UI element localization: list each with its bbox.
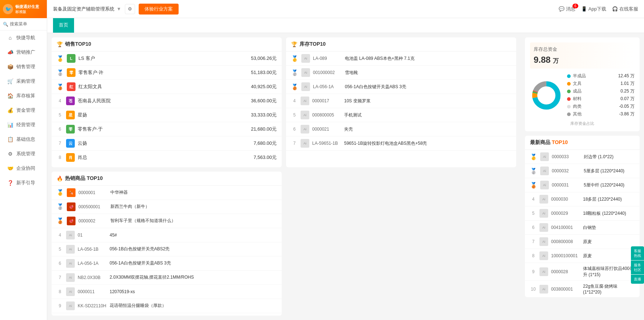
float-live-button[interactable]: 直播 bbox=[631, 275, 644, 284]
trophy-icon-2: 🏆 bbox=[291, 41, 297, 47]
rank-medal: 🥇 bbox=[291, 55, 298, 62]
list-item: 7 云 云扬 7,680.00元 bbox=[52, 136, 282, 151]
product-thumb: Ai bbox=[540, 181, 549, 189]
customer-avatar: 零 bbox=[67, 68, 76, 77]
service-icon: 🎧 bbox=[612, 6, 618, 12]
newest-products-list: 🥇 Ai 0000033 封边带 (1.0*22) 🥈 Ai 0000032 5… bbox=[525, 150, 640, 297]
nav-system-icon: ⚙ bbox=[7, 151, 13, 157]
list-item: 🥈 Ai 0000032 5厘多层 (1220*2440) bbox=[525, 164, 640, 178]
hot-products-header: 🔥 热销商品 TOP10 bbox=[52, 172, 282, 186]
customer-avatar: 苍 bbox=[66, 97, 75, 105]
sidebar-item-operation[interactable]: 📊 经营管理 bbox=[0, 118, 47, 132]
sidebar-item-finance[interactable]: 💰 资金管理 bbox=[0, 103, 47, 118]
list-item: 5 Ai 0000029 18颗粒板 (1220*2440) bbox=[525, 206, 640, 221]
product-thumb: Ai bbox=[301, 125, 309, 134]
list-item: 6 Ai 004100001 白钢垫 bbox=[525, 221, 640, 235]
legend-dot bbox=[567, 82, 571, 86]
product-thumb: Ai bbox=[301, 111, 309, 119]
main-content: 装备及固定资产辅助管理系统 ▼ ⚙ 体验行业方案 💬 消息 6 📱 App下载 … bbox=[47, 0, 644, 320]
list-item: 🥉 Ai 0000031 5厘中纤 (1220*2440) bbox=[525, 178, 640, 192]
message-button[interactable]: 💬 消息 6 bbox=[559, 6, 575, 12]
rank-medal: 🥉 bbox=[291, 83, 298, 90]
list-item: 4 Ai 01 45# bbox=[52, 228, 282, 242]
rank-medal: 🥈 bbox=[57, 203, 64, 210]
sidebar-search[interactable]: 🔍 搜索菜单 bbox=[0, 18, 47, 30]
tab-home[interactable]: 首页 bbox=[53, 18, 74, 33]
sidebar-item-marketing[interactable]: 📣 营销推广 bbox=[0, 45, 47, 60]
legend-dot bbox=[567, 74, 571, 78]
product-thumb: Ai bbox=[66, 245, 75, 254]
content-area: 🏆 销售TOP10 🥇 L LS 客户 53,006.26元 🥈 零 零售客户·… bbox=[47, 33, 644, 320]
sidebar-item-basic[interactable]: 📋 基础信息 bbox=[0, 132, 47, 147]
product-thumb: 🥩 bbox=[67, 202, 76, 211]
nav-marketing-icon: 📣 bbox=[7, 49, 13, 55]
product-thumb: Ai bbox=[539, 209, 548, 218]
sidebar-item-purchase[interactable]: 🛒 采购管理 bbox=[0, 74, 47, 89]
search-icon: 🔍 bbox=[3, 22, 8, 27]
system-name: 装备及固定资产辅助管理系统 ▼ bbox=[53, 6, 121, 12]
customer-avatar: 零 bbox=[66, 125, 75, 134]
float-community-button[interactable]: 服务社区 bbox=[631, 260, 644, 274]
list-item: 8 肖 肖总 7,563.00元 bbox=[52, 151, 282, 164]
list-item: 🥇 L LS 客户 53,006.26元 bbox=[52, 52, 282, 66]
sidebar-item-inventory[interactable]: 🏠 库存核算 bbox=[0, 89, 47, 103]
legend-dot bbox=[567, 90, 571, 93]
list-item: 7 Ai 000800008 原麦 bbox=[525, 235, 640, 249]
rank-medal-2: 🥈 bbox=[57, 69, 64, 76]
product-thumb: Ai bbox=[539, 251, 548, 260]
sidebar-item-guide[interactable]: ❓ 新手引导 bbox=[0, 176, 47, 190]
product-thumb: Ai bbox=[539, 195, 548, 204]
list-item: 4 Ai 0000017 10S 变频罗浆 bbox=[286, 94, 516, 108]
product-thumb: Ai bbox=[66, 273, 75, 282]
list-item: 7 Ai LA-59651-1B 59651-1B旋转投影灯电池盒ABS黑色+5… bbox=[286, 136, 516, 151]
float-hotline-button[interactable]: 客服热线 bbox=[631, 246, 644, 260]
list-item: 6 Ai 0000021 夹壳 bbox=[286, 122, 516, 136]
legend-item: 成品 0.25 万 bbox=[567, 88, 635, 94]
logo-icon: 🐦 bbox=[3, 4, 13, 14]
product-thumb: Ai bbox=[539, 223, 548, 232]
nav-basic-icon: 📋 bbox=[7, 136, 13, 142]
nav-guide-icon: ❓ bbox=[7, 180, 13, 186]
app-download-button[interactable]: 📱 App下载 bbox=[581, 6, 606, 12]
rank-medal: 🥈 bbox=[530, 168, 537, 175]
trial-button[interactable]: 体验行业方案 bbox=[139, 4, 179, 15]
hot-products-panel: 🔥 热销商品 TOP10 🥇 🍖 0000001 中华神器 🥈 🥩 000500… bbox=[52, 172, 282, 316]
product-thumb: Ai bbox=[301, 82, 310, 91]
sidebar-item-quick[interactable]: ⌂ 快捷导航 bbox=[0, 30, 47, 45]
product-thumb: Ai bbox=[540, 167, 549, 175]
customer-avatar: L bbox=[67, 54, 76, 63]
rank-medal: 🥉 bbox=[530, 182, 537, 189]
product-thumb: Ai bbox=[301, 97, 309, 105]
list-item: 6 零 零售客户·于 21,680.00元 bbox=[52, 122, 282, 136]
product-thumb: Ai bbox=[66, 259, 75, 268]
nav-purchase-icon: 🛒 bbox=[7, 78, 13, 84]
online-service-button[interactable]: 🎧 在线客服 bbox=[612, 6, 638, 12]
inventory-amount: 9.88 万 bbox=[534, 55, 631, 65]
stock-top-header: 🏆 库存TOP10 bbox=[286, 37, 516, 52]
sidebar-item-system[interactable]: ⚙ 系统管理 bbox=[0, 147, 47, 161]
rank-medal-3: 🥉 bbox=[57, 83, 64, 90]
donut-section: 半成品 12.45 万 文具 1.01 万 成品 0.25 万 bbox=[530, 73, 635, 119]
nav-inventory-icon: 🏠 bbox=[7, 93, 13, 99]
legend-item: 半成品 12.45 万 bbox=[567, 73, 635, 79]
list-item: 5 星 星扬 33,333.00元 bbox=[52, 108, 282, 122]
rank-medal: 🥈 bbox=[291, 69, 298, 76]
product-thumb: Ai bbox=[66, 301, 75, 310]
settings-button[interactable]: ⚙ bbox=[125, 4, 135, 14]
list-item: 🥈 Ai 001000002 雪地靴 bbox=[286, 66, 516, 80]
legend-item: 文具 1.01 万 bbox=[567, 81, 635, 87]
rank-medal: 🥉 bbox=[57, 217, 64, 224]
sidebar-item-coop[interactable]: 🤝 企业协同 bbox=[0, 161, 47, 176]
list-item: 5 Ai LA-056-1B 056-1B白色按键开关壳ABS2壳 bbox=[52, 242, 282, 257]
legend-dot bbox=[567, 97, 571, 101]
legend-item: 肉类 -0.05 万 bbox=[567, 103, 635, 110]
sidebar-item-sales[interactable]: 📦 销售管理 bbox=[0, 60, 47, 74]
list-item: 🥉 红 红太阳文具 40,925.00元 bbox=[52, 80, 282, 94]
dropdown-arrow[interactable]: ▼ bbox=[117, 6, 121, 12]
list-item: 🥇 🍖 0000001 中华神器 bbox=[52, 186, 282, 200]
product-thumb: 🍖 bbox=[67, 188, 76, 197]
nav-operation-icon: 📊 bbox=[7, 122, 13, 128]
sidebar-logo: 🐦 畅捷通好生意 标准版 bbox=[0, 0, 47, 18]
legend-item: 其他 -3.86 万 bbox=[567, 111, 635, 117]
dashboard: 🏆 销售TOP10 🥇 L LS 客户 53,006.26元 🥈 零 零售客户·… bbox=[47, 33, 521, 320]
